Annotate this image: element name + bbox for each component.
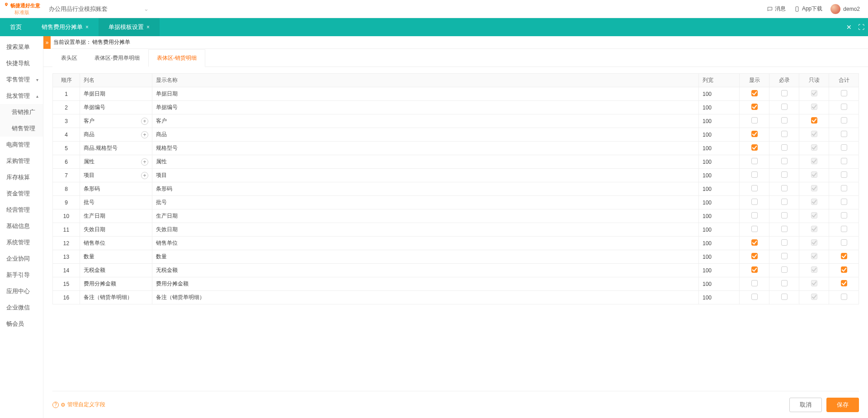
cell-width[interactable]: 100: [699, 223, 740, 237]
checkbox-show[interactable]: [751, 253, 758, 259]
checkbox-show[interactable]: [751, 199, 758, 205]
cell-width[interactable]: 100: [699, 128, 740, 142]
checkbox-required[interactable]: [781, 185, 788, 191]
sidebar-item[interactable]: 企业协同: [0, 251, 43, 267]
checkbox-sum[interactable]: [841, 199, 847, 205]
checkbox-required[interactable]: [781, 253, 788, 259]
cancel-button[interactable]: 取消: [789, 398, 822, 412]
checkbox-sum[interactable]: [841, 266, 847, 273]
user-menu[interactable]: demo2: [830, 4, 860, 14]
checkbox-sum[interactable]: [841, 144, 847, 151]
sidebar-item[interactable]: 新手引导: [0, 267, 43, 283]
expand-icon[interactable]: +: [141, 118, 148, 125]
section-tab[interactable]: 表体区-销货明细: [148, 49, 205, 67]
checkbox-show[interactable]: [751, 226, 758, 232]
checkbox-required[interactable]: [781, 294, 788, 300]
sidebar-item[interactable]: 快捷导航: [0, 55, 43, 71]
sidebar-item[interactable]: 电商管理: [0, 137, 43, 153]
nav-tab[interactable]: 单据模板设置×: [99, 18, 160, 36]
cell-display-name[interactable]: 项目: [152, 169, 699, 182]
cell-display-name[interactable]: 条形码: [152, 182, 699, 196]
checkbox-sum[interactable]: [841, 239, 847, 246]
cell-display-name[interactable]: 批号: [152, 196, 699, 209]
close-all-tabs-icon[interactable]: ✕: [846, 24, 852, 31]
checkbox-show[interactable]: [751, 239, 758, 246]
checkbox-required[interactable]: [781, 199, 788, 205]
checkbox-show[interactable]: [751, 104, 758, 110]
close-icon[interactable]: ×: [146, 24, 150, 30]
cell-width[interactable]: 100: [699, 182, 740, 196]
sidebar-item[interactable]: 批发管理▴: [0, 88, 43, 104]
nav-tab[interactable]: 销售费用分摊单×: [32, 18, 99, 36]
cell-display-name[interactable]: 属性: [152, 155, 699, 169]
checkbox-show[interactable]: [751, 294, 758, 300]
checkbox-show[interactable]: [751, 212, 758, 218]
collapse-sidebar-icon[interactable]: »: [43, 36, 51, 49]
cell-display-name[interactable]: 客户: [152, 114, 699, 128]
checkbox-required[interactable]: [781, 131, 788, 137]
checkbox-required[interactable]: [781, 171, 788, 178]
checkbox-show[interactable]: [751, 280, 758, 286]
cell-width[interactable]: 100: [699, 291, 740, 304]
checkbox-show[interactable]: [751, 266, 758, 273]
cell-width[interactable]: 100: [699, 142, 740, 155]
checkbox-sum[interactable]: [841, 294, 847, 300]
cell-display-name[interactable]: 商品: [152, 128, 699, 142]
checkbox-required[interactable]: [781, 266, 788, 273]
checkbox-required[interactable]: [781, 90, 788, 96]
cell-width[interactable]: 100: [699, 209, 740, 223]
checkbox-sum[interactable]: [841, 280, 847, 286]
section-tab[interactable]: 表体区-费用单明细: [86, 49, 148, 67]
checkbox-sum[interactable]: [841, 226, 847, 232]
checkbox-required[interactable]: [781, 117, 788, 124]
checkbox-show[interactable]: [751, 171, 758, 178]
checkbox-sum[interactable]: [841, 212, 847, 218]
sidebar-item[interactable]: 采购管理: [0, 153, 43, 169]
cell-width[interactable]: 100: [699, 101, 740, 114]
section-tab[interactable]: 表头区: [52, 49, 86, 67]
message-button[interactable]: 消息: [767, 5, 786, 13]
checkbox-show[interactable]: [751, 117, 758, 124]
cell-display-name[interactable]: 规格型号: [152, 142, 699, 155]
nav-tab[interactable]: 首页: [0, 18, 32, 36]
fullscreen-icon[interactable]: ⛶: [858, 24, 864, 31]
cell-display-name[interactable]: 备注（销货单明细）: [152, 291, 699, 304]
cell-display-name[interactable]: 生产日期: [152, 209, 699, 223]
checkbox-sum[interactable]: [841, 104, 847, 110]
save-button[interactable]: 保存: [826, 398, 859, 412]
checkbox-show[interactable]: [751, 90, 758, 96]
checkbox-sum[interactable]: [841, 158, 847, 164]
sidebar-item[interactable]: 资金管理: [0, 185, 43, 202]
cell-width[interactable]: 100: [699, 250, 740, 264]
cell-width[interactable]: 100: [699, 196, 740, 209]
sidebar-item[interactable]: 畅会员: [0, 316, 43, 332]
manage-custom-fields-link[interactable]: ? ⚙ 管理自定义字段: [52, 401, 105, 408]
checkbox-sum[interactable]: [841, 253, 847, 259]
checkbox-required[interactable]: [781, 212, 788, 218]
checkbox-show[interactable]: [751, 185, 758, 191]
sidebar-item[interactable]: 营销推广: [0, 104, 43, 120]
cell-display-name[interactable]: 费用分摊金额: [152, 277, 699, 291]
checkbox-required[interactable]: [781, 104, 788, 110]
checkbox-sum[interactable]: [841, 90, 847, 96]
checkbox-required[interactable]: [781, 144, 788, 151]
cell-width[interactable]: 100: [699, 237, 740, 250]
cell-width[interactable]: 100: [699, 264, 740, 277]
account-set-selector[interactable]: 办公用品行业模拟账套 ⌄: [49, 5, 149, 13]
close-icon[interactable]: ×: [85, 24, 89, 30]
checkbox-required[interactable]: [781, 158, 788, 164]
sidebar-item[interactable]: 基础信息: [0, 218, 43, 234]
expand-icon[interactable]: +: [141, 131, 148, 138]
cell-width[interactable]: 100: [699, 277, 740, 291]
checkbox-required[interactable]: [781, 226, 788, 232]
checkbox-show[interactable]: [751, 131, 758, 137]
cell-display-name[interactable]: 销售单位: [152, 237, 699, 250]
cell-width[interactable]: 100: [699, 155, 740, 169]
sidebar-item[interactable]: 销售管理: [0, 120, 43, 137]
cell-display-name[interactable]: 无税金额: [152, 264, 699, 277]
sidebar-item[interactable]: 企业微信: [0, 299, 43, 316]
cell-display-name[interactable]: 数量: [152, 250, 699, 264]
expand-icon[interactable]: +: [141, 158, 148, 166]
checkbox-readonly[interactable]: [811, 117, 817, 124]
cell-display-name[interactable]: 失效日期: [152, 223, 699, 237]
